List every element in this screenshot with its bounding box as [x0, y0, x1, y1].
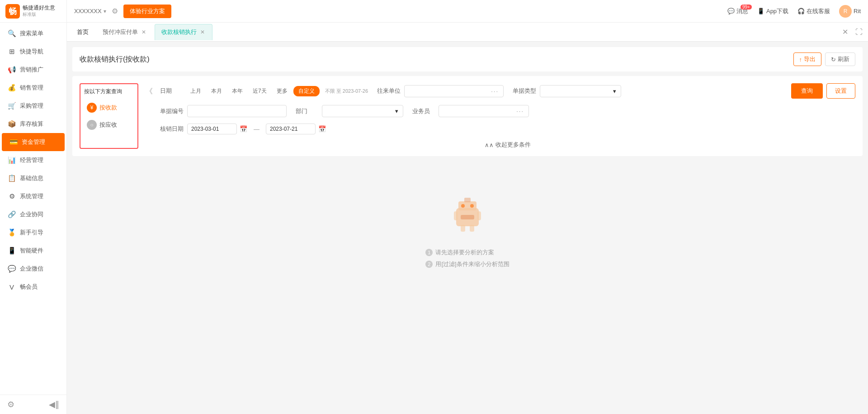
export-btn[interactable]: ↑ 导出 [793, 52, 822, 66]
sidebar-item-畅会员[interactable]: V畅会员 [0, 278, 66, 296]
nav-icon-0: 🔍 [7, 29, 16, 38]
nav-label-4: 采购管理 [20, 102, 43, 110]
date-label: 日期 [160, 87, 183, 95]
user-menu[interactable]: R Rit [839, 5, 861, 18]
gear-icon[interactable]: ⚙ [112, 7, 118, 15]
date-btn-custom[interactable]: 自定义 [293, 86, 320, 96]
nav-label-12: 智能硬件 [20, 247, 43, 255]
username: Rit [854, 8, 861, 14]
close-tab-btn[interactable]: ✕ [840, 26, 850, 38]
company-selector[interactable]: XXXXXXX ▾ [74, 8, 106, 14]
calendar-end-icon[interactable]: 📅 [318, 125, 326, 133]
collapse-sidebar-btn[interactable]: ◀‖ [49, 400, 59, 409]
expand-tab-btn[interactable]: ⛶ [854, 26, 864, 38]
date-btn-this-year[interactable]: 本年 [228, 86, 247, 96]
doc-type-select[interactable]: ▾ [540, 85, 621, 97]
receivable-icon: ○ [87, 120, 97, 130]
query-btn[interactable]: 查询 [791, 83, 823, 99]
filter-sidebar-title: 按以下方案查询 [84, 88, 134, 95]
collapse-filter-btn[interactable]: 《 [144, 85, 155, 98]
step-1-num: 1 [425, 249, 433, 256]
logo-sub: 标准版 [23, 11, 55, 18]
sidebar-item-基础信息[interactable]: 📋基础信息 [0, 169, 66, 187]
chevron-down-dept: ▾ [395, 108, 398, 114]
date-btn-7days[interactable]: 近7天 [249, 86, 271, 96]
verif-date-start-group: 📅 [187, 124, 247, 134]
sidebar-item-快捷导航[interactable]: ⊞快捷导航 [0, 43, 66, 61]
doc-type-label: 单据类型 [513, 87, 536, 95]
industry-btn[interactable]: 体验行业方案 [123, 5, 171, 18]
nav-label-1: 快捷导航 [20, 48, 43, 56]
doc-num-input[interactable] [187, 105, 287, 117]
message-btn[interactable]: 💬 消息 99+ [727, 7, 748, 15]
nav-label-8: 基础信息 [20, 174, 43, 182]
topbar: XXXXXXX ▾ ⚙ 体验行业方案 💬 消息 99+ 📱 App下载 🎧 在线… [67, 0, 868, 23]
nav-icon-6: 💳 [9, 138, 18, 147]
tab-close-1[interactable]: ✕ [141, 28, 147, 36]
empty-tip-1-text: 请先选择要分析的方案 [435, 247, 494, 258]
svg-point-2 [461, 204, 465, 208]
nav-label-0: 搜索菜单 [20, 29, 43, 38]
partner-label: 往来单位 [377, 87, 401, 95]
doc-type-field: 单据类型 ▾ [513, 85, 621, 97]
filter-option-by-receipt[interactable]: ¥ 按收款 [84, 99, 134, 116]
sidebar-item-搜索菜单[interactable]: 🔍搜索菜单 [0, 24, 66, 43]
staff-select[interactable]: ··· [439, 105, 529, 117]
sidebar-item-库存核算[interactable]: 📦库存核算 [0, 115, 66, 133]
doc-num-label: 单据编号 [160, 107, 184, 115]
empty-tips: 1 请先选择要分析的方案 2 用[过滤]条件来缩小分析范围 [425, 247, 509, 270]
sidebar-item-销售管理[interactable]: 💰销售管理 [0, 79, 66, 97]
empty-tip-2: 2 用[过滤]条件来缩小分析范围 [425, 258, 509, 270]
sidebar-item-营销推广[interactable]: 📢营销推广 [0, 61, 66, 79]
partner-select[interactable]: ··· [404, 85, 504, 97]
calendar-start-icon[interactable]: 📅 [240, 125, 247, 133]
date-btn-this-month[interactable]: 本月 [207, 86, 226, 96]
svg-rect-9 [464, 198, 471, 202]
sidebar-item-企业协同[interactable]: 🔗企业协同 [0, 205, 66, 224]
verif-date-end-input[interactable] [266, 124, 316, 134]
nav-icon-8: 📋 [7, 174, 16, 183]
sidebar-item-新手引导[interactable]: 🏅新手引导 [0, 224, 66, 242]
sidebar-item-资金管理[interactable]: 💳资金管理 [2, 133, 65, 151]
sidebar-bottom: ⚙ ◀‖ [0, 395, 66, 414]
svg-rect-7 [461, 225, 465, 232]
settings-icon[interactable]: ⚙ [7, 400, 14, 409]
date-btn-last-month[interactable]: 上月 [186, 86, 205, 96]
logo: 畅 畅捷通好生意 标准版 [0, 0, 66, 23]
sidebar-item-采购管理[interactable]: 🛒采购管理 [0, 97, 66, 115]
page-actions: ↑ 导出 ↻ 刷新 [793, 52, 856, 66]
date-quick-btns: 上月 本月 本年 近7天 更多 自定义 [186, 86, 320, 96]
nav-icon-1: ⊞ [7, 47, 16, 56]
sidebar-item-经营管理[interactable]: 📊经营管理 [0, 151, 66, 169]
service-btn[interactable]: 🎧 在线客服 [797, 7, 830, 15]
verif-date-start-input[interactable] [187, 124, 237, 134]
collapse-more-btn[interactable]: ∧∧ 收起更多条件 [160, 141, 855, 149]
app-label: App下载 [766, 7, 788, 15]
message-icon: 💬 [727, 8, 735, 14]
sidebar-item-智能硬件[interactable]: 📱智能硬件 [0, 242, 66, 260]
filter-panel: 按以下方案查询 ¥ 按收款 ○ 按应收 《 日期 [72, 76, 863, 156]
nav-label-11: 新手引导 [20, 228, 43, 237]
nav-icon-4: 🛒 [7, 101, 16, 110]
date-btn-more[interactable]: 更多 [273, 86, 292, 96]
filter-option-by-receivable[interactable]: ○ 按应收 [84, 116, 134, 133]
tab-close-2[interactable]: ✕ [199, 28, 206, 36]
nav-label-10: 企业协同 [20, 210, 43, 219]
headset-icon: 🎧 [797, 8, 805, 14]
sidebar-item-企业微信[interactable]: 💬企业微信 [0, 260, 66, 278]
tab-2[interactable]: 收款核销执行✕ [155, 24, 212, 40]
company-name: XXXXXXX [74, 8, 102, 14]
tab-home[interactable]: 首页 [71, 24, 95, 40]
dept-select[interactable]: ▾ [322, 105, 403, 117]
verif-date-end-group: 📅 [266, 124, 326, 134]
setting-btn[interactable]: 设置 [826, 83, 855, 99]
sidebar-item-系统管理[interactable]: ⚙系统管理 [0, 187, 66, 205]
tab-1[interactable]: 预付冲应付单✕ [96, 24, 154, 40]
page-title: 收款核销执行(按收款) [80, 55, 150, 64]
app-download-btn[interactable]: 📱 App下载 [757, 7, 788, 15]
svg-rect-8 [470, 225, 474, 232]
filter-sidebar: 按以下方案查询 ¥ 按收款 ○ 按应收 [80, 83, 138, 149]
verif-date-label: 核销日期 [160, 125, 184, 133]
logo-icon: 畅 [5, 4, 20, 19]
refresh-btn[interactable]: ↻ 刷新 [825, 52, 855, 66]
